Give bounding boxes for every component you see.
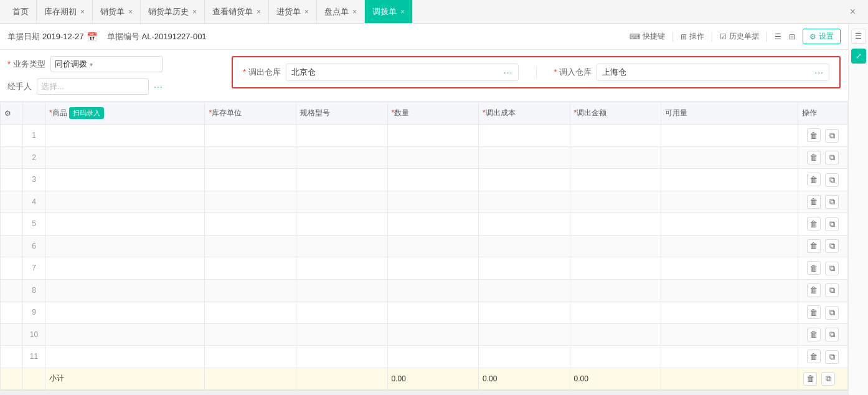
row-delete-btn-8[interactable]: 🗑 xyxy=(807,283,821,297)
tab-transfer-close[interactable]: × xyxy=(400,8,405,16)
tab-view-sales[interactable]: 查看销货单 × xyxy=(205,0,269,23)
row-delete-btn-11[interactable]: 🗑 xyxy=(807,350,821,363)
row-cost-8[interactable] xyxy=(479,279,570,302)
row-unit-3[interactable] xyxy=(205,169,296,191)
row-copy-btn-7[interactable]: ⧉ xyxy=(825,262,839,275)
tab-home[interactable]: 首页 xyxy=(5,0,37,23)
th-settings[interactable]: ⚙ xyxy=(1,102,23,125)
handler-more-icon[interactable]: ··· xyxy=(154,82,163,92)
row-amount-4[interactable] xyxy=(570,191,661,213)
sidebar-list-btn[interactable]: ☰ xyxy=(851,29,866,44)
tab-sales-history-close[interactable]: × xyxy=(192,8,197,16)
row-product-10[interactable] xyxy=(45,323,205,346)
row-cost-1[interactable] xyxy=(479,125,570,147)
row-spec-11[interactable] xyxy=(296,346,387,368)
row-spec-10[interactable] xyxy=(296,323,387,346)
row-spec-2[interactable] xyxy=(296,146,387,169)
row-amount-1[interactable] xyxy=(570,125,661,147)
row-copy-btn-5[interactable]: ⧉ xyxy=(825,217,839,231)
row-spec-8[interactable] xyxy=(296,279,387,302)
row-copy-btn-10[interactable]: ⧉ xyxy=(825,328,839,341)
row-amount-8[interactable] xyxy=(570,279,661,302)
row-copy-btn-8[interactable]: ⧉ xyxy=(825,283,839,297)
row-amount-9[interactable] xyxy=(570,302,661,324)
warehouse-in-select[interactable]: 上海仓 ··· xyxy=(597,64,829,81)
row-delete-btn-10[interactable]: 🗑 xyxy=(807,328,821,341)
row-spec-1[interactable] xyxy=(296,125,387,147)
row-delete-btn-7[interactable]: 🗑 xyxy=(807,261,821,275)
row-unit-5[interactable] xyxy=(205,213,296,236)
operations-button[interactable]: ⊞ 操作 xyxy=(681,31,704,42)
row-copy-btn-4[interactable]: ⧉ xyxy=(825,195,839,209)
row-quantity-3[interactable] xyxy=(387,169,479,191)
row-cost-10[interactable] xyxy=(479,323,570,346)
calendar-icon[interactable]: 📅 xyxy=(87,32,97,42)
row-delete-btn-5[interactable]: 🗑 xyxy=(807,217,821,231)
row-quantity-11[interactable] xyxy=(387,346,479,368)
row-product-4[interactable] xyxy=(45,191,205,213)
row-product-11[interactable] xyxy=(45,346,205,368)
row-amount-3[interactable] xyxy=(570,169,661,191)
row-quantity-2[interactable] xyxy=(387,146,479,169)
row-unit-1[interactable] xyxy=(205,125,296,147)
row-quantity-10[interactable] xyxy=(387,323,479,346)
business-type-select[interactable]: 同价调拨 ▾ xyxy=(50,56,163,72)
view-toggle-list[interactable]: ☰ xyxy=(775,32,781,41)
row-cost-9[interactable] xyxy=(479,302,570,324)
row-available-7[interactable] xyxy=(661,257,798,280)
tab-purchase[interactable]: 进货单 × xyxy=(269,0,317,23)
row-quantity-6[interactable] xyxy=(387,235,479,257)
row-amount-10[interactable] xyxy=(570,323,661,346)
row-spec-9[interactable] xyxy=(296,302,387,324)
row-product-9[interactable] xyxy=(45,302,205,324)
row-unit-2[interactable] xyxy=(205,146,296,169)
row-quantity-7[interactable] xyxy=(387,257,479,280)
subtotal-delete-btn[interactable]: 🗑 xyxy=(803,372,817,386)
row-spec-5[interactable] xyxy=(296,213,387,236)
row-cost-4[interactable] xyxy=(479,191,570,213)
row-available-5[interactable] xyxy=(661,213,798,236)
setting-button[interactable]: ⚙ 设置 xyxy=(803,29,841,44)
row-product-7[interactable] xyxy=(45,257,205,280)
handler-select[interactable]: 选择... xyxy=(37,79,149,95)
row-amount-6[interactable] xyxy=(570,235,661,257)
row-product-6[interactable] xyxy=(45,235,205,257)
row-cost-7[interactable] xyxy=(479,257,570,280)
tab-transfer[interactable]: 调拨单 × xyxy=(365,0,413,23)
tab-purchase-close[interactable]: × xyxy=(304,8,309,16)
row-copy-btn-11[interactable]: ⧉ xyxy=(825,350,839,364)
row-available-8[interactable] xyxy=(661,279,798,302)
subtotal-copy-btn[interactable]: ⧉ xyxy=(821,372,835,386)
row-cost-5[interactable] xyxy=(479,213,570,236)
scan-button[interactable]: 扫码录入 xyxy=(69,107,104,119)
view-toggle-grid[interactable]: ⊟ xyxy=(789,32,795,41)
row-cost-6[interactable] xyxy=(479,235,570,257)
row-product-3[interactable] xyxy=(45,169,205,191)
tab-inventory-close[interactable]: × xyxy=(352,8,357,16)
sidebar-expand-btn[interactable]: ⤢ xyxy=(851,49,866,64)
row-cost-11[interactable] xyxy=(479,346,570,368)
row-amount-2[interactable] xyxy=(570,146,661,169)
window-close-button[interactable]: × xyxy=(842,6,863,17)
row-delete-btn-1[interactable]: 🗑 xyxy=(807,128,821,142)
row-amount-5[interactable] xyxy=(570,213,661,236)
row-cost-3[interactable] xyxy=(479,169,570,191)
tab-sales-order-close[interactable]: × xyxy=(128,8,133,16)
row-available-11[interactable] xyxy=(661,346,798,368)
row-spec-6[interactable] xyxy=(296,235,387,257)
row-delete-btn-9[interactable]: 🗑 xyxy=(807,305,821,319)
row-delete-btn-3[interactable]: 🗑 xyxy=(807,173,821,186)
row-product-8[interactable] xyxy=(45,279,205,302)
row-product-5[interactable] xyxy=(45,213,205,236)
row-unit-11[interactable] xyxy=(205,346,296,368)
shortcuts-button[interactable]: ⌨ 快捷键 xyxy=(630,31,665,42)
row-quantity-9[interactable] xyxy=(387,302,479,324)
row-cost-2[interactable] xyxy=(479,146,570,169)
row-quantity-5[interactable] xyxy=(387,213,479,236)
warehouse-out-more-icon[interactable]: ··· xyxy=(504,67,513,77)
warehouse-out-select[interactable]: 北京仓 ··· xyxy=(286,64,519,81)
tab-stock-init-close[interactable]: × xyxy=(80,8,85,16)
row-copy-btn-9[interactable]: ⧉ xyxy=(825,306,839,320)
horizontal-scrollbar[interactable] xyxy=(0,390,848,395)
row-available-4[interactable] xyxy=(661,191,798,213)
